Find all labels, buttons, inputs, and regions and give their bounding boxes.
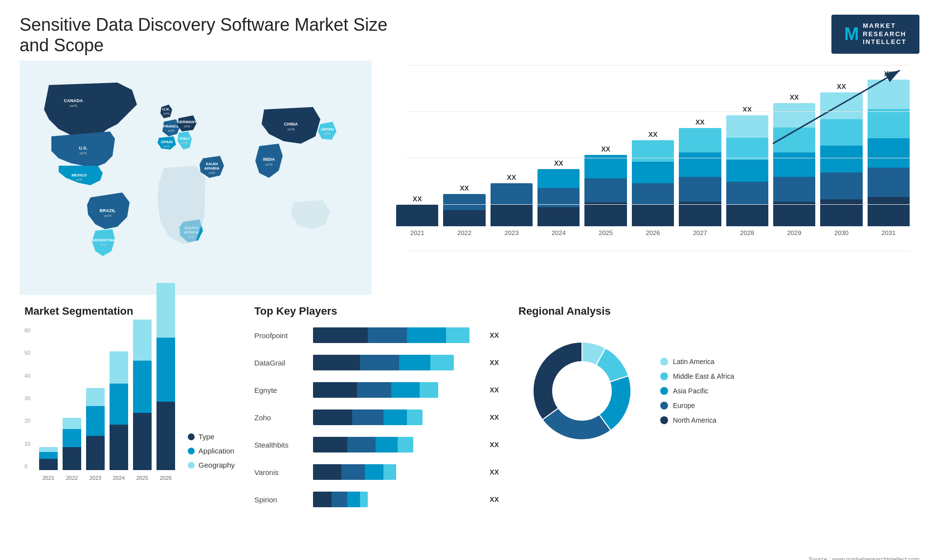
player-bar-seg xyxy=(341,464,365,480)
player-value: XX xyxy=(490,359,499,366)
seg-bar-group: 2026 xyxy=(156,283,175,470)
player-value: XX xyxy=(490,468,499,476)
seg-year-label: 2026 xyxy=(160,475,172,481)
player-bar-seg xyxy=(360,492,368,507)
player-bar xyxy=(313,464,396,480)
logo-box: M MARKET RESEARCH INTELLECT xyxy=(831,15,919,54)
seg-year-label: 2021 xyxy=(43,475,54,481)
regional-legend-label: Middle East & Africa xyxy=(673,372,734,380)
seg-geo-seg xyxy=(133,320,152,361)
player-bar-wrap xyxy=(313,437,481,452)
seg-type-seg xyxy=(39,459,58,470)
seg-bar-group: 2022 xyxy=(63,418,81,470)
player-bar-seg xyxy=(407,409,423,425)
svg-text:U.S.: U.S. xyxy=(79,146,88,151)
regional-legend-dot xyxy=(660,358,668,366)
player-name: DataGrail xyxy=(254,359,308,367)
player-bar-seg xyxy=(407,327,446,343)
seg-geo-seg xyxy=(63,418,81,429)
regional-legend-item: Latin America xyxy=(660,358,734,366)
regional-legend-label: Europe xyxy=(673,402,695,409)
legend-geography: Geography xyxy=(188,461,235,469)
legend-geography-dot xyxy=(188,462,195,469)
player-bar-seg xyxy=(446,327,470,343)
seg-year-label: 2022 xyxy=(66,475,78,481)
player-name: Zoho xyxy=(254,413,308,422)
segmentation-section: Market Segmentation 60 50 40 30 20 10 0 … xyxy=(20,300,240,554)
segmentation-chart-wrapper: 60 50 40 30 20 10 0 20212022202320242025… xyxy=(24,327,235,484)
player-bar-wrap xyxy=(313,464,481,480)
logo-letter: M xyxy=(844,24,859,44)
player-value: XX xyxy=(490,331,499,339)
player-row: EgnyteXX xyxy=(254,382,499,398)
players-list: ProofpointXXDataGrailXXEgnyteXXZohoXXSte… xyxy=(254,327,499,507)
page-header: Sensitive Data Discovery Software Market… xyxy=(0,0,939,61)
map-section: CANADA xx% U.S. xx% MEXICO xx% BRAZIL xx… xyxy=(20,61,372,295)
seg-type-seg xyxy=(110,425,128,470)
logo-line2: RESEARCH xyxy=(863,30,907,39)
seg-bar-group: 2023 xyxy=(86,388,105,470)
svg-text:xx%: xx% xyxy=(163,112,169,115)
legend-application: Application xyxy=(188,447,235,455)
top-row: CANADA xx% U.S. xx% MEXICO xx% BRAZIL xx… xyxy=(20,61,919,295)
player-bar-seg xyxy=(357,382,391,398)
regional-title: Regional Analysis xyxy=(518,305,915,318)
svg-text:ARGENTINA: ARGENTINA xyxy=(92,238,115,242)
svg-text:xx%: xx% xyxy=(324,132,330,135)
source-text: Source : www.marketresearchintellect.com xyxy=(0,556,939,560)
player-bar-seg xyxy=(399,355,430,370)
regional-legend-label: Asia Pacific xyxy=(673,387,708,395)
svg-text:xx%: xx% xyxy=(100,243,107,246)
regional-legend-item: Middle East & Africa xyxy=(660,372,734,380)
svg-text:SPAIN: SPAIN xyxy=(161,140,173,144)
grid-lines xyxy=(391,65,910,251)
seg-app-seg xyxy=(86,406,105,436)
player-bar-seg xyxy=(347,492,360,507)
svg-text:GERMANY: GERMANY xyxy=(177,120,198,124)
regional-section: Regional Analysis Latin AmericaMiddle Ea… xyxy=(514,300,919,554)
player-bar-seg xyxy=(360,355,399,370)
page-title: Sensitive Data Discovery Software Market… xyxy=(20,15,411,56)
seg-year-label: 2025 xyxy=(136,475,148,481)
svg-text:xx%: xx% xyxy=(79,151,87,155)
player-bar-seg xyxy=(332,492,347,507)
seg-bar-stack xyxy=(133,320,152,470)
regional-legend-dot xyxy=(660,402,668,409)
seg-bar-stack xyxy=(86,388,105,470)
player-value: XX xyxy=(490,413,499,421)
regional-legend-dot xyxy=(660,372,668,380)
player-bar-seg xyxy=(313,355,360,370)
svg-text:CHINA: CHINA xyxy=(284,122,298,127)
seg-app-seg xyxy=(63,429,81,447)
player-bar-wrap xyxy=(313,409,481,425)
svg-text:xx%: xx% xyxy=(168,129,174,132)
seg-bar-stack xyxy=(156,283,175,470)
player-row: ZohoXX xyxy=(254,409,499,425)
svg-text:xx%: xx% xyxy=(265,162,272,167)
player-bar-wrap xyxy=(313,382,481,398)
player-bar-seg xyxy=(313,382,357,398)
main-content: CANADA xx% U.S. xx% MEXICO xx% BRAZIL xx… xyxy=(0,61,939,554)
logo-line3: INTELLECT xyxy=(863,38,907,46)
player-bar-seg xyxy=(347,437,376,452)
player-bar xyxy=(313,437,413,452)
seg-bar-group: 2024 xyxy=(110,351,128,470)
player-bar-seg xyxy=(383,464,396,480)
donut-center xyxy=(554,363,610,419)
legend-application-label: Application xyxy=(199,447,234,455)
seg-year-label: 2024 xyxy=(113,475,125,481)
player-bar xyxy=(313,492,368,507)
svg-text:xx%: xx% xyxy=(76,178,82,181)
svg-text:xx%: xx% xyxy=(181,141,188,145)
regional-legend: Latin AmericaMiddle East & AfricaAsia Pa… xyxy=(660,358,734,424)
player-bar-seg xyxy=(368,327,407,343)
svg-text:xx%: xx% xyxy=(104,214,111,218)
svg-text:SAUDI: SAUDI xyxy=(206,162,218,166)
legend-geography-label: Geography xyxy=(199,461,235,469)
player-name: Proofpoint xyxy=(254,331,308,340)
svg-text:xx%: xx% xyxy=(183,125,190,128)
bar-chart-container: XX2021XX2022XX2023XX2024XX2025XX2026XX20… xyxy=(391,65,910,271)
svg-text:U.K.: U.K. xyxy=(162,107,170,111)
regional-legend-item: Asia Pacific xyxy=(660,387,734,395)
player-bar-seg xyxy=(420,382,438,398)
